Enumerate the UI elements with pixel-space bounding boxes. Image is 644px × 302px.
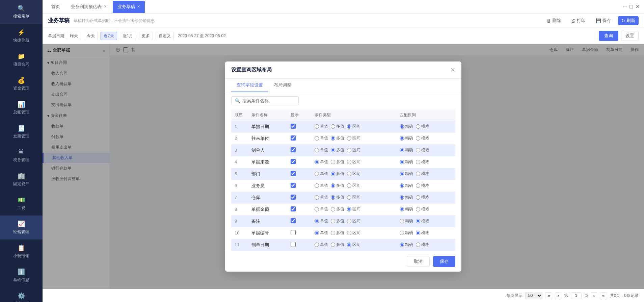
type-option-多值[interactable]: 多值 bbox=[331, 147, 344, 153]
sidebar-item-nav[interactable]: ⚡ 快捷导航 bbox=[0, 24, 43, 48]
type-option-区间[interactable]: 区间 bbox=[347, 183, 360, 188]
match-option-精确[interactable]: 精确 bbox=[400, 135, 413, 141]
type-option-区间[interactable]: 区间 bbox=[347, 195, 360, 200]
match-option-精确[interactable]: 精确 bbox=[400, 124, 413, 129]
type-option-区间[interactable]: 区间 bbox=[347, 147, 360, 153]
sidebar-item-finance[interactable]: 💰 资金管理 bbox=[0, 72, 43, 96]
type-option-多值[interactable]: 多值 bbox=[331, 135, 344, 141]
type-option-单值[interactable]: 单值 bbox=[315, 195, 328, 200]
type-option-多值[interactable]: 多值 bbox=[331, 183, 344, 188]
sidebar-item-basic[interactable]: ℹ️ 基础信息 bbox=[0, 263, 43, 287]
match-option-精确[interactable]: 精确 bbox=[400, 195, 413, 200]
sidebar-item-assets[interactable]: 🏢 固定资产 bbox=[0, 168, 43, 192]
show-checkbox[interactable] bbox=[291, 159, 296, 164]
date-today[interactable]: 今天 bbox=[84, 32, 98, 40]
sidebar-item-operations[interactable]: 📈 经营管理 bbox=[0, 216, 43, 240]
refresh-button[interactable]: ↻ 刷新 bbox=[618, 16, 639, 25]
type-option-单值[interactable]: 单值 bbox=[315, 135, 328, 141]
date-7days[interactable]: 近7天 bbox=[101, 32, 117, 40]
type-option-区间[interactable]: 区间 bbox=[347, 124, 360, 129]
type-option-区间[interactable]: 区间 bbox=[347, 242, 360, 248]
modal-search-input[interactable] bbox=[242, 98, 295, 103]
prev-page-button[interactable]: ‹ bbox=[555, 292, 561, 299]
show-checkbox[interactable] bbox=[291, 218, 296, 223]
match-option-模糊[interactable]: 模糊 bbox=[416, 124, 429, 129]
show-checkbox[interactable] bbox=[291, 230, 296, 235]
query-button[interactable]: 查询 bbox=[599, 31, 618, 41]
match-option-模糊[interactable]: 模糊 bbox=[416, 242, 429, 248]
type-option-单值[interactable]: 单值 bbox=[315, 183, 328, 188]
type-option-区间[interactable]: 区间 bbox=[347, 171, 360, 177]
type-option-单值[interactable]: 单值 bbox=[315, 218, 328, 224]
tab-profit-close[interactable]: ✕ bbox=[104, 4, 107, 9]
show-checkbox[interactable] bbox=[291, 206, 296, 211]
type-option-区间[interactable]: 区间 bbox=[347, 159, 360, 165]
type-option-多值[interactable]: 多值 bbox=[331, 171, 344, 177]
match-option-精确[interactable]: 精确 bbox=[400, 171, 413, 177]
match-option-精确[interactable]: 精确 bbox=[400, 230, 413, 236]
save-button[interactable]: 💾 保存 bbox=[592, 16, 615, 25]
sidebar-item-invoice[interactable]: 🧾 发票管理 bbox=[0, 120, 43, 144]
tab-profit[interactable]: 业务利润预估表 ✕ bbox=[66, 1, 111, 13]
per-page-select[interactable]: 50 100 200 bbox=[525, 292, 542, 299]
type-option-多值[interactable]: 多值 bbox=[331, 230, 344, 236]
show-checkbox[interactable] bbox=[291, 171, 296, 176]
sidebar-item-salary[interactable]: 💵 工资 bbox=[0, 192, 43, 216]
maximize-button[interactable]: □ bbox=[629, 4, 633, 10]
match-option-模糊[interactable]: 模糊 bbox=[416, 218, 429, 224]
page-number-input[interactable] bbox=[571, 292, 582, 299]
date-1month[interactable]: 近1月 bbox=[120, 32, 136, 40]
type-option-区间[interactable]: 区间 bbox=[347, 206, 360, 212]
sidebar-item-tax[interactable]: 🏛 税务管理 bbox=[0, 144, 43, 168]
type-option-多值[interactable]: 多值 bbox=[331, 195, 344, 200]
type-option-多值[interactable]: 多值 bbox=[331, 242, 344, 248]
match-option-模糊[interactable]: 模糊 bbox=[416, 195, 429, 200]
match-option-精确[interactable]: 精确 bbox=[400, 218, 413, 224]
sidebar-item-expense[interactable]: 📋 小畅报销 bbox=[0, 240, 43, 263]
sidebar-item-ledger[interactable]: 📊 总账管理 bbox=[0, 96, 43, 120]
show-checkbox[interactable] bbox=[291, 183, 296, 188]
type-option-单值[interactable]: 单值 bbox=[315, 124, 328, 129]
type-option-单值[interactable]: 单值 bbox=[315, 171, 328, 177]
match-option-模糊[interactable]: 模糊 bbox=[416, 171, 429, 177]
modal-tab-layout[interactable]: 布局调整 bbox=[268, 79, 297, 92]
close-window-button[interactable]: ✕ bbox=[636, 3, 640, 10]
sidebar-item-system[interactable]: ⚙️ 系统管理 bbox=[0, 287, 43, 302]
type-option-单值[interactable]: 单值 bbox=[315, 147, 328, 153]
cancel-button[interactable]: 取消 bbox=[407, 256, 430, 267]
modal-close-button[interactable]: ✕ bbox=[450, 66, 455, 74]
minimize-button[interactable]: ─ bbox=[623, 4, 627, 10]
type-option-多值[interactable]: 多值 bbox=[331, 159, 344, 165]
show-checkbox[interactable] bbox=[291, 195, 296, 200]
show-checkbox[interactable] bbox=[291, 242, 296, 247]
print-button[interactable]: 🖨 打印 bbox=[568, 16, 589, 25]
match-option-精确[interactable]: 精确 bbox=[400, 206, 413, 212]
type-option-多值[interactable]: 多值 bbox=[331, 124, 344, 129]
modal-tab-fields[interactable]: 查询字段设置 bbox=[231, 79, 268, 92]
type-option-多值[interactable]: 多值 bbox=[331, 206, 344, 212]
type-option-单值[interactable]: 单值 bbox=[315, 230, 328, 236]
settings-button[interactable]: 设置 bbox=[621, 31, 639, 41]
match-option-模糊[interactable]: 模糊 bbox=[416, 147, 429, 153]
match-option-模糊[interactable]: 模糊 bbox=[416, 183, 429, 188]
type-option-单值[interactable]: 单值 bbox=[315, 159, 328, 165]
type-option-单值[interactable]: 单值 bbox=[315, 206, 328, 212]
match-option-精确[interactable]: 精确 bbox=[400, 183, 413, 188]
match-option-模糊[interactable]: 模糊 bbox=[416, 135, 429, 141]
match-option-模糊[interactable]: 模糊 bbox=[416, 159, 429, 165]
delete-button[interactable]: 🗑 删除 bbox=[543, 16, 564, 25]
modal-save-button[interactable]: 保存 bbox=[433, 256, 455, 267]
tab-draft-close[interactable]: ✕ bbox=[137, 4, 140, 9]
first-page-button[interactable]: « bbox=[545, 292, 552, 299]
type-option-区间[interactable]: 区间 bbox=[347, 218, 360, 224]
sidebar-item-project[interactable]: 📁 项目合同 bbox=[0, 48, 43, 72]
match-option-模糊[interactable]: 模糊 bbox=[416, 230, 429, 236]
show-checkbox[interactable] bbox=[291, 135, 296, 141]
type-option-多值[interactable]: 多值 bbox=[331, 218, 344, 224]
match-option-精确[interactable]: 精确 bbox=[400, 147, 413, 153]
show-checkbox[interactable] bbox=[291, 147, 296, 152]
date-more[interactable]: 更多 bbox=[139, 32, 153, 40]
match-option-精确[interactable]: 精确 bbox=[400, 242, 413, 248]
tab-home[interactable]: 首页 bbox=[47, 1, 65, 13]
date-custom[interactable]: 自定义 bbox=[156, 32, 174, 40]
